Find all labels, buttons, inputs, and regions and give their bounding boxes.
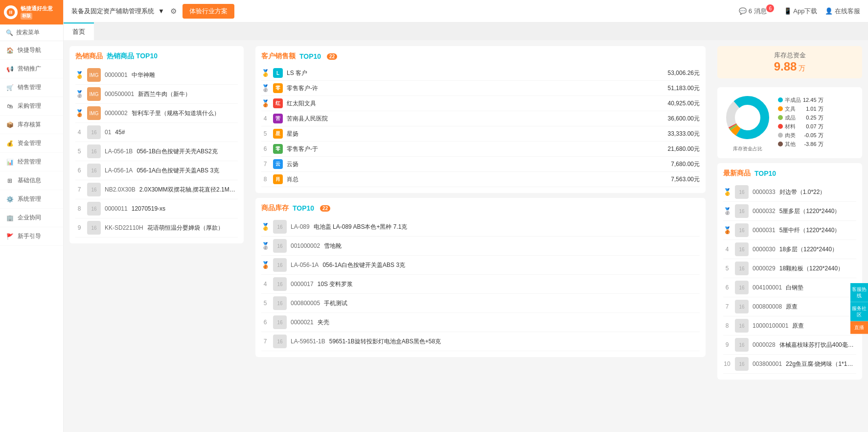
customer-amount: 53,006.26元 [668, 69, 700, 77]
customer-name: 肖总 [287, 175, 667, 184]
sidebar-item-operations[interactable]: 📊 经营管理 [0, 153, 63, 171]
sidebar-item-enterprise[interactable]: 🏢 企业协同 [0, 209, 63, 227]
inventory-unit: 万 [799, 64, 805, 72]
service-community-btn[interactable]: 服务社区 [850, 302, 868, 321]
product-thumb: 16 [735, 204, 749, 218]
rank-number: 4 [723, 246, 731, 253]
gear-icon[interactable]: ⚙ [170, 7, 177, 16]
product-name: 原查 [792, 322, 856, 330]
online-service-btn[interactable]: 👤 在线客服 [825, 7, 860, 16]
product-thumb: 16 [273, 220, 287, 234]
product-code: 003800001 [753, 360, 782, 367]
list-item: 8 16 0000011 12070519-xs [75, 199, 238, 218]
list-item: 9 16 KK-SD22110H 花语萌恒温分婴婵袋（厚款） [75, 218, 238, 238]
list-item: 4 16 0000030 18多层（1220*2440） [723, 240, 856, 259]
inventory-amount: 9.88 [774, 60, 797, 73]
legend-item: 半成品 12.45 万 [778, 96, 823, 104]
product-name: 5厘多层（1220*2440） [779, 207, 856, 216]
sidebar-item-inventory[interactable]: 📦 库存核算 [0, 116, 63, 134]
trial-button[interactable]: 体验行业方案 [183, 4, 234, 19]
new-products-card: 最新商品 TOP10 🥇 16 0000033 封边带（1.0*22） 🥈 16… [717, 163, 862, 380]
customer-service-btn[interactable]: 客服热线 [850, 283, 868, 302]
app-download-btn[interactable]: 📱 App下载 [784, 7, 817, 16]
product-code: LA-056-1A [291, 262, 319, 268]
hot-products-card: 热销商品 热销商品 TOP10 🥇 IMG 0000001 中华神雕 🥈 IMG… [69, 46, 244, 243]
product-name: 056-1B白色按键开关壳ABS2克 [137, 147, 238, 156]
legend-dot [778, 133, 783, 138]
notification-badge: 6 [766, 4, 774, 12]
legend-dot [778, 106, 783, 111]
product-name: 手机测试 [324, 299, 700, 308]
product-code: NB2.0X30B [105, 186, 136, 193]
legend-value: 12.45 万 [803, 96, 823, 104]
product-thumb: 16 [273, 296, 287, 310]
rank-number: 4 [261, 115, 269, 122]
sidebar-item-quick-nav[interactable]: 🏠 快捷导航 [0, 41, 63, 60]
customer-ranking-list: 🥇 L LS 客户 53,006.26元 🥈 零 零售客户-许 51,183.0… [261, 66, 700, 187]
topbar: 装备及固定资产辅助管理系统 ▼ ⚙ 体验行业方案 💬 6 消息 6 📱 App下… [64, 0, 868, 23]
sidebar-item-finance[interactable]: 💰 资金管理 [0, 134, 63, 153]
live-stream-btn[interactable]: 直播 [850, 321, 868, 334]
product-code: 10000100001 [753, 322, 788, 329]
avatar: 云 [273, 159, 283, 169]
content-area: 热销商品 热销商品 TOP10 🥇 IMG 0000001 中华神雕 🥈 IMG… [64, 40, 868, 432]
rank-number: 🥉 [723, 226, 731, 234]
inventory-chart-card: 库存资金占比 半成品 12.45 万 文具 1.01 万 成品 0.25 万 材… [717, 87, 862, 158]
tab-home[interactable]: 首页 [64, 23, 94, 40]
sidebar-item-system[interactable]: ⚙️ 系统管理 [0, 190, 63, 209]
avatar: 苦 [273, 114, 283, 123]
list-item: 6 16 LA-056-1A 056-1A白色按键开关盖ABS 3克 [75, 161, 238, 180]
legend-name: 文具 [785, 105, 804, 113]
rank-number: 5 [723, 265, 731, 272]
dropdown-icon[interactable]: ▼ [158, 7, 164, 15]
product-name: 电池盖 LA-089 ABS本色+黑种 7.1克 [314, 223, 700, 231]
rank-number: 🥇 [261, 69, 269, 77]
avatar: 零 [273, 83, 283, 93]
rank-number: 6 [723, 284, 731, 291]
legend-item: 材料 0.07 万 [778, 123, 823, 130]
rank-number: 🥈 [75, 90, 83, 98]
product-code: 0000029 [753, 265, 776, 272]
rank-number: 10 [723, 360, 731, 367]
product-code: 0000028 [753, 341, 776, 348]
sidebar-item-purchase[interactable]: 🛍 采购管理 [0, 97, 63, 116]
customer-amount: 7,563.00元 [671, 175, 700, 184]
list-item: 🥈 16 0000032 5厘多层（1220*2440） [723, 202, 856, 221]
list-item: 🥉 IMG 0000002 智利车子里（规格不知道填什么） [75, 104, 238, 123]
product-inventory-card: 商品库存 TOP10 22 🥇 16 LA-089 电池盖 LA-089 ABS… [255, 198, 706, 357]
sidebar-item-sales[interactable]: 🛒 销售管理 [0, 78, 63, 97]
product-name: 18多层（1220*2440） [779, 245, 856, 254]
rank-number: 7 [261, 338, 269, 345]
product-thumb: 16 [87, 125, 101, 139]
search-menu[interactable]: 🔍 搜索菜单 [0, 24, 63, 41]
product-code: 0000033 [753, 189, 776, 195]
notification-btn[interactable]: 💬 6 消息 6 [739, 7, 776, 16]
hot-products-title: 热销商品 热销商品 TOP10 [75, 52, 238, 61]
product-name: 中华神雕 [132, 71, 238, 79]
sidebar-item-basic-info[interactable]: ⊞ 基础信息 [0, 171, 63, 190]
new-products-list: 🥇 16 0000033 封边带（1.0*22） 🥈 16 0000032 5厘… [723, 183, 856, 374]
product-code: 0000017 [291, 281, 314, 288]
list-item: 🥈 IMG 000500001 新西兰牛肉（新牛） [75, 85, 238, 104]
product-code: KK-SD22110H [105, 224, 143, 231]
product-code: 0000002 [105, 110, 128, 117]
topbar-right: 💬 6 消息 6 📱 App下载 👤 在线客服 [739, 7, 860, 16]
sidebar-item-marketing[interactable]: 📢 营销推广 [0, 60, 63, 78]
product-thumb: 16 [735, 338, 749, 352]
list-item: 4 16 01 45# [75, 123, 238, 142]
product-thumb: 16 [735, 319, 749, 333]
system-selector[interactable]: 装备及固定资产辅助管理系统 ▼ [71, 7, 164, 16]
product-name: 10S 变料罗浆 [318, 280, 700, 288]
customer-amount: 40,925.00元 [668, 99, 700, 108]
product-thumb: 16 [273, 277, 287, 291]
product-code: 0000021 [291, 319, 314, 326]
product-thumb: 16 [87, 144, 101, 158]
rank-number: 6 [261, 145, 269, 152]
product-name: 雪地靴 [324, 242, 700, 250]
sidebar-item-guide[interactable]: 🚩 新手引导 [0, 227, 63, 246]
list-item: 7 16 LA-59651-1B 59651-1B旋转投影灯电池盒ABS黑色+5… [261, 332, 700, 351]
product-code: 01 [105, 129, 111, 136]
product-name: 18颗粒板（1220*2440） [779, 264, 856, 273]
inventory-legend: 半成品 12.45 万 文具 1.01 万 成品 0.25 万 材料 0.07 … [778, 96, 823, 149]
legend-item: 文具 1.01 万 [778, 105, 823, 113]
